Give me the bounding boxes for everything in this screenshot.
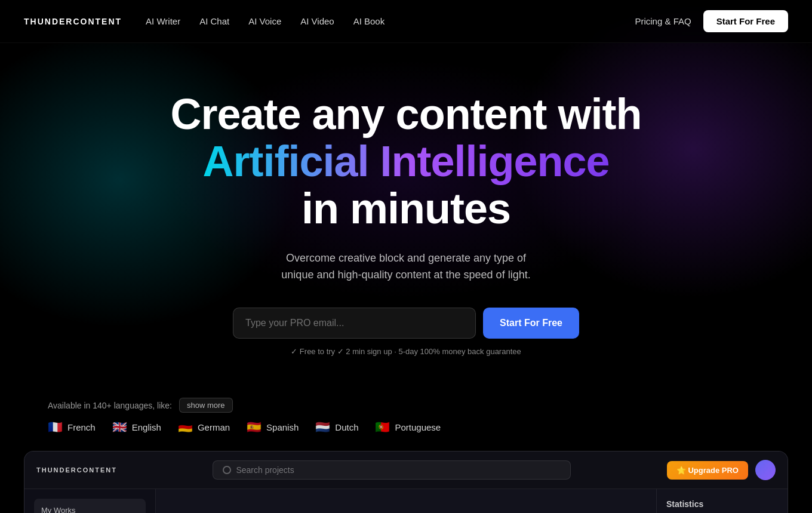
lang-english-label: English <box>132 422 161 432</box>
lang-dutch-label: Dutch <box>335 422 358 432</box>
nav-left: THUNDERCONTENT AI Writer AI Chat AI Voic… <box>24 16 385 27</box>
app-stats-panel: Statistics <box>656 489 788 513</box>
languages-label: Available in 140+ languages, like: <box>48 401 172 410</box>
navbar: THUNDERCONTENT AI Writer AI Chat AI Voic… <box>0 0 812 43</box>
app-body: My Works Statistics <box>24 489 788 513</box>
flag-portuguese: 🇵🇹 <box>375 421 390 433</box>
languages-list: 🇫🇷 French 🇬🇧 English 🇩🇪 German 🇪🇸 Spanis… <box>48 421 441 433</box>
flag-spanish: 🇪🇸 <box>247 421 262 433</box>
search-placeholder-text: Search projects <box>236 465 294 475</box>
flag-french: 🇫🇷 <box>48 421 63 433</box>
upgrade-pro-button[interactable]: ⭐ Upgrade PRO <box>667 461 748 480</box>
hero-subtitle-line2: unique and high-quality content at the s… <box>281 269 530 281</box>
hero-section: Create any content with Artificial Intel… <box>0 43 812 380</box>
hero-subtitle-line1: Overcome creative block and generate any… <box>286 252 526 264</box>
hero-subtitle: Overcome creative block and generate any… <box>281 250 530 284</box>
search-bar[interactable]: Search projects <box>213 460 571 480</box>
show-more-button[interactable]: show more <box>179 398 233 413</box>
flag-german: 🇩🇪 <box>178 421 193 433</box>
hero-title-line3: in minutes <box>302 185 510 232</box>
hero-title-line2: Artificial Intelligence <box>202 137 609 185</box>
lang-portuguese: 🇵🇹 Portuguese <box>375 421 441 433</box>
app-preview-logo: THUNDERCONTENT <box>36 466 117 474</box>
cta-container: Start For Free <box>233 308 579 339</box>
lang-german-label: German <box>198 422 230 432</box>
nav-item-ai-video[interactable]: AI Video <box>300 16 334 27</box>
nav-links: AI Writer AI Chat AI Voice AI Video AI B… <box>146 16 385 27</box>
nav-item-ai-writer[interactable]: AI Writer <box>146 16 180 27</box>
app-sidebar: My Works <box>24 489 156 513</box>
lang-french: 🇫🇷 French <box>48 421 96 433</box>
flag-dutch: 🇳🇱 <box>315 421 330 433</box>
app-preview-header: THUNDERCONTENT Search projects ⭐ Upgrade… <box>24 451 788 489</box>
app-preview: THUNDERCONTENT Search projects ⭐ Upgrade… <box>24 451 788 513</box>
logo: THUNDERCONTENT <box>24 17 122 26</box>
sidebar-my-works[interactable]: My Works <box>34 499 146 513</box>
flag-english: 🇬🇧 <box>112 421 127 433</box>
lang-dutch: 🇳🇱 Dutch <box>315 421 358 433</box>
languages-section: Available in 140+ languages, like: show … <box>24 380 788 445</box>
lang-spanish-label: Spanish <box>266 422 299 432</box>
nav-item-ai-voice[interactable]: AI Voice <box>248 16 281 27</box>
avatar <box>755 460 776 480</box>
app-header-right: ⭐ Upgrade PRO <box>667 460 776 480</box>
nav-item-ai-chat[interactable]: AI Chat <box>199 16 229 27</box>
lang-english: 🇬🇧 English <box>112 421 161 433</box>
nav-link-ai-writer[interactable]: AI Writer <box>146 16 180 26</box>
hero-start-button[interactable]: Start For Free <box>483 308 579 339</box>
app-main-content <box>156 489 656 513</box>
nav-right: Pricing & FAQ Start For Free <box>635 10 788 32</box>
nav-start-button[interactable]: Start For Free <box>703 10 788 32</box>
nav-link-ai-voice[interactable]: AI Voice <box>248 16 281 26</box>
lang-portuguese-label: Portuguese <box>395 422 441 432</box>
lang-spanish: 🇪🇸 Spanish <box>247 421 299 433</box>
email-input[interactable] <box>233 308 476 339</box>
nav-link-ai-chat[interactable]: AI Chat <box>199 16 229 26</box>
pricing-link[interactable]: Pricing & FAQ <box>635 16 691 26</box>
nav-link-ai-book[interactable]: AI Book <box>353 16 385 26</box>
languages-header: Available in 140+ languages, like: show … <box>48 398 233 413</box>
nav-link-ai-video[interactable]: AI Video <box>300 16 334 26</box>
lang-german: 🇩🇪 German <box>178 421 230 433</box>
hero-title: Create any content with Artificial Intel… <box>170 91 641 233</box>
nav-item-ai-book[interactable]: AI Book <box>353 16 385 27</box>
hero-title-line1: Create any content with <box>170 90 641 138</box>
lang-french-label: French <box>67 422 96 432</box>
search-icon <box>223 466 231 474</box>
stats-title: Statistics <box>666 499 703 509</box>
guarantee-text: ✓ Free to try ✓ 2 min sign up · 5-day 10… <box>291 347 521 356</box>
